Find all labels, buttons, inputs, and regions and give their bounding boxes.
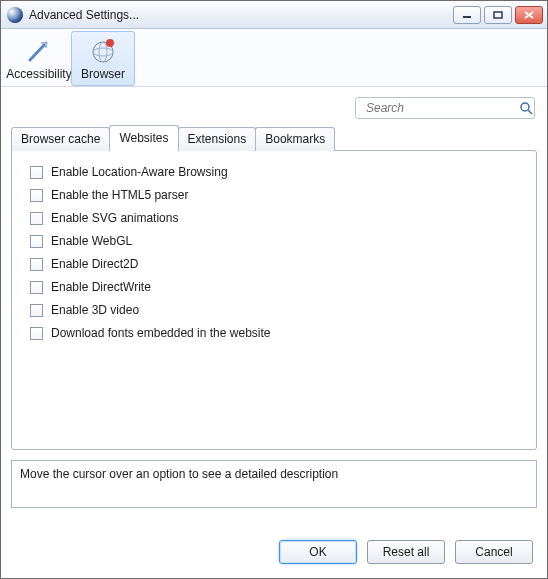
search-icon [519,101,533,115]
option-html5[interactable]: Enable the HTML5 parser [30,188,518,202]
checkbox[interactable] [30,281,43,294]
maximize-button[interactable] [484,6,512,24]
tab-browser-cache[interactable]: Browser cache [11,127,110,151]
category-browser[interactable]: Browser [71,31,135,86]
svg-point-8 [521,103,529,111]
option-download-fonts-label: Download fonts embedded in the website [51,326,270,340]
category-accessibility-label: Accessibility [6,67,71,81]
tab-bookmarks[interactable]: Bookmarks [255,127,335,151]
svg-line-9 [528,110,532,114]
close-button[interactable] [515,6,543,24]
option-svg[interactable]: Enable SVG animations [30,211,518,225]
option-directwrite[interactable]: Enable DirectWrite [30,280,518,294]
checkbox[interactable] [30,235,43,248]
browser-icon [87,35,119,66]
option-direct2d[interactable]: Enable Direct2D [30,257,518,271]
svg-rect-1 [494,12,502,18]
category-accessibility[interactable]: Accessibility [7,31,71,86]
checkbox[interactable] [30,212,43,225]
option-location[interactable]: Enable Location-Aware Browsing [30,165,518,179]
search-box[interactable] [355,97,535,119]
accessibility-icon [23,35,55,66]
reset-all-button[interactable]: Reset all [367,540,445,564]
app-icon [7,7,23,23]
checkbox[interactable] [30,304,43,317]
tabs-bar: Browser cache Websites Extensions Bookma… [11,125,537,151]
description-box: Move the cursor over an option to see a … [11,460,537,508]
tab-websites[interactable]: Websites [109,125,178,151]
close-icon [524,11,534,19]
category-toolbar: Accessibility Browser [1,29,547,87]
option-webgl-label: Enable WebGL [51,234,132,248]
tab-panel-websites: Enable Location-Aware Browsing Enable th… [11,150,537,450]
minimize-icon [462,11,472,19]
tab-extensions[interactable]: Extensions [178,127,257,151]
option-3d-video-label: Enable 3D video [51,303,139,317]
tab-browser-cache-label: Browser cache [21,132,100,146]
ok-button[interactable]: OK [279,540,357,564]
search-input[interactable] [364,100,519,116]
button-bar: OK Reset all Cancel [1,526,547,578]
checkbox[interactable] [30,189,43,202]
titlebar: Advanced Settings... [1,1,547,29]
option-webgl[interactable]: Enable WebGL [30,234,518,248]
window-title: Advanced Settings... [29,8,139,22]
checkbox[interactable] [30,166,43,179]
ok-button-label: OK [309,545,326,559]
reset-all-button-label: Reset all [383,545,430,559]
tab-bookmarks-label: Bookmarks [265,132,325,146]
cancel-button-label: Cancel [475,545,512,559]
option-directwrite-label: Enable DirectWrite [51,280,151,294]
tabs-container: Browser cache Websites Extensions Bookma… [1,125,547,450]
cancel-button[interactable]: Cancel [455,540,533,564]
category-browser-label: Browser [81,67,125,81]
tab-extensions-label: Extensions [188,132,247,146]
option-download-fonts[interactable]: Download fonts embedded in the website [30,326,518,340]
checkbox[interactable] [30,327,43,340]
option-svg-label: Enable SVG animations [51,211,178,225]
tab-websites-label: Websites [119,131,168,145]
description-text: Move the cursor over an option to see a … [20,467,338,481]
option-location-label: Enable Location-Aware Browsing [51,165,228,179]
checkbox[interactable] [30,258,43,271]
search-row [1,87,547,125]
option-html5-label: Enable the HTML5 parser [51,188,188,202]
option-direct2d-label: Enable Direct2D [51,257,138,271]
minimize-button[interactable] [453,6,481,24]
maximize-icon [493,11,503,19]
option-3d-video[interactable]: Enable 3D video [30,303,518,317]
